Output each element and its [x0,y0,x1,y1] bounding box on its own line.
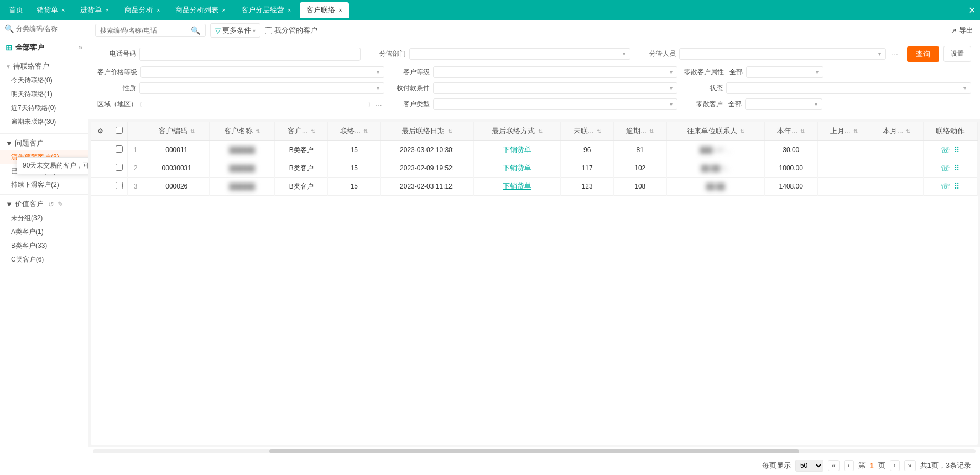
th-type[interactable]: 客户... ⇅ [275,122,328,141]
nav-tab-analysis[interactable]: 商品分析 × [118,2,166,18]
input-phone[interactable] [139,48,361,61]
th-code[interactable]: 客户编码 ⇅ [144,122,209,141]
select-manager[interactable]: ▾ [679,48,886,60]
cell-checkbox[interactable] [111,141,127,159]
select-price-tier[interactable]: ▾ [140,66,384,78]
sidebar-item-7days[interactable]: 近7天待联络(0) [0,101,88,115]
select-all-checkbox[interactable] [116,127,123,134]
cell-last-contact-way[interactable]: 下销货单 [473,141,561,159]
content-area: 🔍 ▽ 更多条件 ▾ 我分管的客户 ↗ 导出 电话号码 [88,20,980,475]
select-payment[interactable]: ▾ [433,82,678,94]
last-page-button[interactable]: » [904,460,916,471]
my-customers-check[interactable] [265,27,272,34]
sidebar-item-today[interactable]: 今天待联络(0) [0,74,88,87]
th-uncontact[interactable]: 未联... ⇅ [561,122,614,141]
sidebar-item-overdue[interactable]: 逾期未联络(30) [0,115,88,129]
nav-tab-customer-tier[interactable]: 客户分层经营 × [234,2,298,18]
sidebar-item-class-b[interactable]: B类客户(33) [0,239,88,253]
nav-home[interactable]: 首页 [4,5,28,15]
sidebar-section-pending: ▼ 待联络客户 今天待联络(0) 明天待联络(1) 近7天待联络(0) 逾期未联… [0,57,88,131]
edit-icon[interactable]: ✎ [58,200,64,208]
sidebar-item-class-a[interactable]: A类客户(1) [0,225,88,239]
close-all-tabs[interactable]: ✕ [968,5,976,15]
th-last-contact-date[interactable]: 最后联络日期 ⇅ [380,122,473,141]
first-page-button[interactable]: « [828,460,840,471]
export-button[interactable]: ↗ 导出 [951,25,973,35]
more-action-icon-0[interactable]: ⠿ [954,145,960,154]
select-region[interactable] [140,102,370,107]
more-action-icon-2[interactable]: ⠿ [954,182,960,191]
chevron-down-icon7: ▾ [377,85,379,91]
select-retail-attr[interactable]: ▾ [746,66,823,78]
cell-this-year: 30.00 [764,141,817,159]
contact-icon-0[interactable]: ☏ [941,145,951,154]
sidebar-item-declining[interactable]: 持续下滑客户(2) [0,178,88,192]
select-customer-type[interactable]: ▾ [433,98,678,110]
sidebar-section-pending-title[interactable]: ▼ 待联络客户 [0,59,88,74]
select-customer-tier[interactable]: ▾ [433,66,678,78]
settings-button[interactable]: 设置 [943,46,971,62]
filter-icon: ▽ [215,27,221,35]
close-analysis-list-tab[interactable]: × [222,7,225,13]
toolbar-search-input[interactable] [100,27,189,34]
th-overdue[interactable]: 逾期... ⇅ [613,122,666,141]
toolbar-search-button[interactable]: 🔍 [191,26,200,35]
close-sales-tab[interactable]: × [61,7,65,13]
select-dept[interactable]: ▾ [409,48,630,60]
close-analysis-tab[interactable]: × [157,7,160,13]
select-retail-customer[interactable]: ▾ [745,98,822,110]
per-page-select[interactable]: 50 20 100 [795,460,823,472]
next-page-button[interactable]: › [890,460,900,471]
filter-field-nature: 性质 ▾ [97,82,384,94]
cell-empty [91,141,111,159]
row-checkbox-2[interactable] [116,182,123,189]
cell-overdue: 102 [613,159,666,178]
export-icon: ↗ [951,27,957,35]
sidebar-all-customers[interactable]: ⊞ 全部客户 » [0,38,88,57]
contact-icon-2[interactable]: ☏ [941,182,951,191]
more-action-icon-1[interactable]: ⠿ [954,164,960,173]
scrollbar-thumb[interactable] [269,449,799,453]
close-purchase-tab[interactable]: × [105,7,108,13]
select-status[interactable]: ▾ [726,82,971,94]
select-nature[interactable]: ▾ [139,82,384,94]
sidebar-item-class-c[interactable]: C类客户(6) [0,253,88,267]
cell-last-contact-way[interactable]: 下销货单 [473,178,561,196]
horizontal-scrollbar[interactable] [88,447,980,456]
nav-tab-purchase[interactable]: 进货单 × [74,2,115,18]
more-icon-region[interactable]: ··· [373,100,384,109]
sidebar-search-input[interactable] [16,25,88,33]
prev-page-button[interactable]: ‹ [844,460,854,471]
nav-tab-analysis-list[interactable]: 商品分析列表 × [169,2,232,18]
th-this-year[interactable]: 本年... ⇅ [764,122,817,141]
sidebar-item-tomorrow[interactable]: 明天待联络(1) [0,87,88,101]
close-customer-tier-tab[interactable]: × [288,7,291,13]
nav-tab-customer-connect[interactable]: 客户联络 × [300,2,348,18]
row-checkbox-0[interactable] [116,145,123,153]
cell-last-month [817,141,870,159]
close-customer-connect-tab[interactable]: × [338,7,342,13]
th-last-month[interactable]: 上月... ⇅ [817,122,870,141]
sidebar-section-value-title[interactable]: ▼ 价值客户 ↺ ✎ [0,197,88,211]
th-this-month[interactable]: 本月... ⇅ [870,122,924,141]
cell-last-contact-way[interactable]: 下销货单 [473,159,561,178]
query-button[interactable]: 查询 [907,46,939,62]
sidebar-item-ungroup[interactable]: 未分组(32) [0,211,88,225]
more-conditions-button[interactable]: ▽ 更多条件 ▾ [210,23,260,38]
th-settings[interactable]: ⚙ [91,122,111,141]
sort-unit-contact-icon: ⇅ [740,128,744,134]
row-checkbox-1[interactable] [116,164,123,171]
th-name[interactable]: 客户名称 ⇅ [209,122,274,141]
chevron-down-icon8: ▾ [670,85,673,91]
cell-checkbox[interactable] [111,178,127,196]
more-icon-manager[interactable]: ··· [889,50,900,59]
sidebar-section-problem-title[interactable]: ▼ 问题客户 [0,136,88,150]
cell-checkbox[interactable] [111,159,127,178]
nav-tab-sales[interactable]: 销货单 × [30,2,71,18]
contact-icon-1[interactable]: ☏ [941,164,951,173]
refresh-icon[interactable]: ↺ [48,200,54,208]
th-unit-contact[interactable]: 往来单位联系人 ⇅ [666,122,764,141]
my-customers-checkbox[interactable]: 我分管的客户 [265,25,317,35]
th-last-contact-way[interactable]: 最后联络方式 ⇅ [473,122,561,141]
th-contact[interactable]: 联络... ⇅ [328,122,381,141]
